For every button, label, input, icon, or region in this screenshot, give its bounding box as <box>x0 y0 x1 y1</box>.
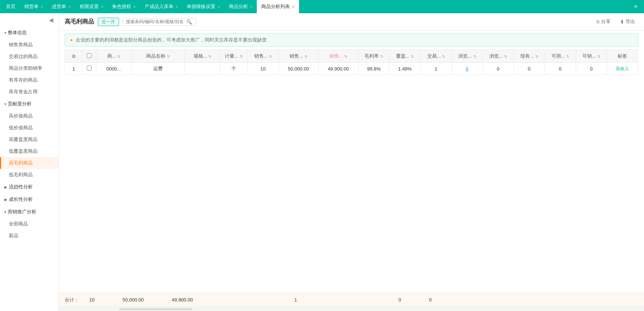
sidebar-item-sales-goods[interactable]: 销售类商品 <box>0 39 58 51</box>
close-icon[interactable]: × <box>176 4 178 9</box>
col-product-name[interactable]: 商品名称 ⇅ <box>132 50 185 63</box>
cell-trade: 1 <box>421 63 452 75</box>
sidebar-group-marketing[interactable]: ▾ 营销推广分析 <box>0 206 58 218</box>
table-container[interactable]: ⚙ 商... ⇅ 商品名称 ⇅ <box>59 50 644 293</box>
sort-icon: ⇅ <box>442 54 445 58</box>
info-bar: ✦ 企业的主要的利润都是这部分商品创造的，可考虑加大推广，同时关注库存是不要出现… <box>65 33 638 47</box>
cell-browse1[interactable]: 0 <box>451 63 483 75</box>
content-header: 高毛利商品 近一月 🔍 ⎘ 分享 ⬆ 导出 <box>59 13 644 30</box>
col-unit[interactable]: 计量... ⇅ <box>220 50 247 63</box>
close-window-button[interactable]: × <box>629 3 643 10</box>
nav-template-settings[interactable]: 单据模板设置 × <box>182 0 224 13</box>
cell-unit: 个 <box>220 63 247 75</box>
col-settings[interactable]: ⚙ <box>65 50 83 63</box>
col-product-code[interactable]: 商... ⇅ <box>96 50 132 63</box>
col-trade[interactable]: 交易... ⇅ <box>421 50 452 63</box>
close-icon[interactable]: × <box>41 4 43 9</box>
sort-icon: ⇅ <box>208 54 211 58</box>
collapse-sidebar-button[interactable]: ◀ <box>47 15 55 24</box>
col-browse2[interactable]: 浏览... ⇅ <box>483 50 514 63</box>
col-browse1[interactable]: 浏览... ⇅ <box>451 50 483 63</box>
sidebar-item-high-coverage[interactable]: 高覆盖度商品 <box>0 134 58 145</box>
close-icon[interactable]: × <box>217 4 220 9</box>
col-sales-qty[interactable]: 销售... ⇅ <box>247 50 278 63</box>
sidebar-item-high-margin[interactable]: 高毛利商品 <box>0 157 58 169</box>
cell-num: 1 <box>65 63 83 75</box>
nav-product-inbound[interactable]: 产成品入库单 × <box>140 0 182 13</box>
nav-product-analysis[interactable]: 商品分析 × <box>224 0 257 13</box>
nav-role-auth[interactable]: 角色授权 × <box>108 0 140 13</box>
scrollbar-thumb[interactable] <box>119 308 193 310</box>
total-avail: 0 <box>426 297 435 303</box>
arrow-icon: ▾ <box>4 31 6 35</box>
col-stock[interactable]: 现有... ⇅ <box>514 50 545 63</box>
sidebar-group-contribution[interactable]: ▾ 贡献度分析 <box>0 98 58 110</box>
sort-icon: ⇅ <box>504 54 507 58</box>
total-sales-profit: 49,900.00 <box>169 297 196 303</box>
col-sales-amt[interactable]: 销售... ⇅ <box>278 50 319 63</box>
nav-purchase-order[interactable]: 进货单 × <box>47 0 75 13</box>
col-coverage[interactable]: 覆盖... ⇅ <box>389 50 421 63</box>
sidebar-item-low-margin[interactable]: 低毛利商品 <box>0 169 58 181</box>
col-checkbox[interactable] <box>83 50 96 63</box>
sidebar-group-growth[interactable]: ▶ 成长性分析 <box>0 193 58 206</box>
nav-product-analysis-list[interactable]: 商品分析列表 × <box>257 0 299 13</box>
cell-cover-rate: 1.49% <box>389 63 421 75</box>
sort-icon: ⇅ <box>535 54 538 58</box>
totals-label: 合计： <box>65 297 79 303</box>
export-button[interactable]: ⬆ 导出 <box>617 17 638 26</box>
sidebar-item-in-stock-goods[interactable]: 有库存的商品 <box>0 74 58 86</box>
period-filter-button[interactable]: 近一月 <box>98 18 119 26</box>
cell-avail: 0 <box>545 63 576 75</box>
close-icon[interactable]: × <box>133 4 136 9</box>
row-checkbox[interactable] <box>87 66 91 70</box>
sidebar-group-overview[interactable]: ▾ 整体信息 <box>0 26 58 39</box>
total-trade: 1 <box>291 297 300 303</box>
nav-home[interactable]: 首页 <box>1 0 20 13</box>
col-sellable[interactable]: 可销... ⇅ <box>576 50 607 63</box>
content-area: 高毛利商品 近一月 🔍 ⎘ 分享 ⬆ 导出 ✦ 企业的主要的利润都是这部分商品创… <box>59 13 644 311</box>
sidebar-item-low-coverage[interactable]: 低覆盖度商品 <box>0 145 58 157</box>
sidebar-item-category-rate[interactable]: 商品分类助销率 <box>0 62 58 74</box>
share-button[interactable]: ⎘ 分享 <box>594 17 614 26</box>
close-icon[interactable]: × <box>250 4 252 9</box>
sort-icon: ⇅ <box>167 54 170 58</box>
col-spec[interactable]: 规格... ⇅ <box>185 50 220 63</box>
sort-icon: ⇅ <box>380 54 383 58</box>
sidebar-item-all-goods[interactable]: 全部商品 <box>0 218 58 230</box>
sort-icon: ⇅ <box>473 54 476 58</box>
sidebar-item-high-value[interactable]: 高价值商品 <box>0 110 58 122</box>
cell-sales-amt: 50,000.00 <box>278 63 319 75</box>
total-sales-qty: 10 <box>86 297 97 303</box>
close-icon[interactable]: × <box>101 4 103 9</box>
sort-icon: ⇅ <box>566 54 569 58</box>
sidebar-item-new-goods[interactable]: 新品 <box>0 230 58 242</box>
cell-code: 0000... <box>96 63 132 75</box>
close-icon[interactable]: × <box>292 4 294 9</box>
col-gross-rate[interactable]: 毛利率 ⇅ <box>358 50 389 63</box>
sidebar-group-trend[interactable]: ▶ 流趋性分析 <box>0 181 58 193</box>
cell-tag: 高收入 <box>607 63 638 75</box>
sort-icon: ⇅ <box>597 54 600 58</box>
cell-browse2: 0 <box>483 63 514 75</box>
sidebar-item-stock-fund[interactable]: 库存资金占用 <box>0 86 58 98</box>
export-icon: ⬆ <box>620 19 624 25</box>
sort-icon: ⇅ <box>305 54 307 58</box>
settings-icon[interactable]: ⚙ <box>72 54 76 59</box>
cell-check[interactable] <box>83 63 96 75</box>
close-icon[interactable]: × <box>68 4 71 9</box>
search-input[interactable] <box>126 19 185 24</box>
info-icon: ✦ <box>69 37 73 43</box>
nav-sales-order[interactable]: 销货单 × <box>20 0 47 13</box>
col-sales-profit[interactable]: 销售... ⇅ <box>319 50 359 63</box>
sidebar-item-traded-goods[interactable]: 交易过的商品 <box>0 51 58 62</box>
horizontal-scrollbar[interactable] <box>59 307 644 311</box>
sidebar-item-low-value[interactable]: 低价值商品 <box>0 122 58 134</box>
sort-icon: ⇅ <box>269 54 272 58</box>
page-title: 高毛利商品 <box>65 18 94 26</box>
nav-permission-settings[interactable]: 权限设置 × <box>75 0 108 13</box>
col-avail[interactable]: 可用... ⇅ <box>545 50 576 63</box>
total-sales-amt: 50,000.00 <box>119 297 147 303</box>
select-all-checkbox[interactable] <box>87 53 91 58</box>
search-icon[interactable]: 🔍 <box>186 19 192 25</box>
